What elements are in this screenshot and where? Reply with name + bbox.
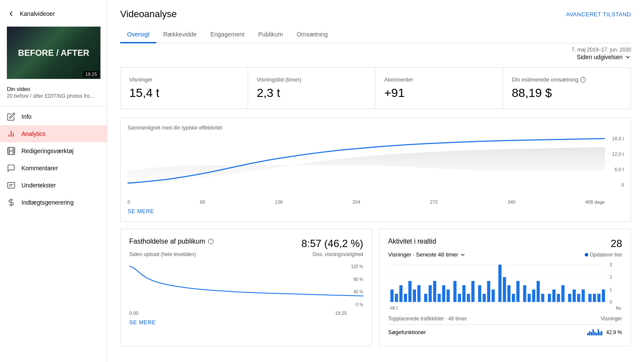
stat-omsaetning: Din estimerede omsætning 88,19 $	[503, 68, 631, 109]
sidebar-item-info[interactable]: Info	[0, 108, 107, 125]
svg-rect-31	[417, 285, 420, 302]
chart-x-labels: 0 68 136 204 272 340 408 dage	[128, 199, 624, 205]
mini-bar	[591, 332, 592, 335]
stat-visningstid-value: 2,3 t	[257, 86, 367, 100]
svg-rect-61	[568, 294, 571, 302]
tab-omsaetning[interactable]: Omsætning	[290, 27, 334, 43]
svg-rect-56	[541, 294, 544, 302]
retention-y-labels: 120 % 80 % 40 % 0 %	[348, 264, 363, 307]
stat-visninger: Visninger 15,4 t	[121, 68, 248, 109]
svg-rect-32	[424, 294, 427, 302]
mini-bar	[594, 332, 595, 335]
retention-svg	[129, 264, 363, 307]
svg-rect-49	[507, 285, 510, 302]
date-period-dropdown[interactable]: Siden udgivelsen	[577, 54, 631, 60]
svg-rect-67	[597, 294, 600, 302]
x-label-68: 68	[200, 199, 205, 205]
date-range-label: 7. maj 2019–17. jun. 2020	[571, 47, 631, 53]
advanced-mode-button[interactable]: AVANCERET TILSTAND	[566, 11, 631, 18]
y-label-18: 18,0 t	[607, 136, 624, 141]
svg-text:1: 1	[610, 287, 612, 292]
traffic-table: Topplacerede trafikkilder · 48 timer Vis…	[388, 316, 622, 337]
mini-bar	[601, 331, 602, 335]
rt-x-start: -48 t.	[389, 306, 399, 311]
dollar-icon	[7, 198, 15, 207]
chart-see-more-link[interactable]: SE MERE	[128, 208, 154, 214]
rt-x-end: Nu	[616, 306, 621, 311]
tab-publikum[interactable]: Publikum	[251, 27, 290, 43]
sidebar-item-editor-label: Redigeringsværktøj	[21, 148, 73, 154]
chevron-down-icon-realtime	[460, 252, 466, 258]
realtime-svg: 3 2 1 0	[388, 261, 622, 304]
svg-rect-26	[395, 294, 398, 302]
svg-rect-48	[503, 277, 506, 302]
traffic-table-header: Topplacerede trafikkilder · 48 timer Vis…	[388, 316, 622, 325]
retention-chart: 120 % 80 % 40 % 0 %	[129, 264, 363, 307]
sidebar: Kanalvideoer BEFORE / AFTER 19:25 Din vi…	[0, 0, 107, 362]
svg-rect-50	[512, 294, 515, 302]
svg-rect-47	[498, 265, 501, 302]
sidebar-item-monetization[interactable]: Indtægtsgenerering	[0, 194, 107, 211]
retention-card-header: Fastholdelse af publikum 8:57 (46,2 %)	[129, 238, 363, 250]
sidebar-item-subtitles-label: Undertekster	[21, 182, 56, 189]
svg-rect-46	[492, 290, 495, 302]
retention-card: Fastholdelse af publikum 8:57 (46,2 %) S…	[120, 229, 372, 346]
svg-rect-59	[557, 294, 560, 302]
main-chart-svg	[128, 136, 605, 187]
sidebar-item-editor[interactable]: Redigeringsværktøj	[0, 142, 107, 160]
x-label-136: 136	[275, 199, 283, 205]
tab-raekkevidde[interactable]: Rækkevidde	[156, 27, 204, 43]
realtime-chart: 3 2 1 0	[388, 261, 622, 304]
main-chart-section: Sammenlignet med din typiske effektivite…	[120, 118, 631, 222]
svg-rect-57	[548, 294, 551, 302]
info-icon-retention	[208, 238, 214, 244]
svg-rect-64	[582, 290, 585, 302]
page-header: Videoanalyse AVANCERET TILSTAND	[120, 9, 631, 20]
live-dot	[585, 253, 588, 256]
bottom-row: Fastholdelse af publikum 8:57 (46,2 %) S…	[120, 229, 631, 346]
tab-oversigt[interactable]: Oversigt	[120, 27, 156, 43]
mini-bar	[599, 332, 601, 335]
realtime-header: Aktivitet i realtid 28	[388, 238, 622, 250]
video-subtitle: 20 before / after EDITING photos fro...	[0, 93, 107, 104]
svg-text:2: 2	[610, 275, 612, 280]
realtime-controls: Visninger · Seneste 48 timer Opdaterer l…	[388, 251, 622, 258]
svg-rect-43	[478, 285, 481, 302]
retention-see-more-link[interactable]: SE MERE	[129, 319, 156, 326]
back-icon	[7, 9, 15, 18]
svg-rect-27	[399, 285, 402, 302]
svg-rect-44	[483, 294, 486, 302]
sidebar-item-comments[interactable]: Kommentarer	[0, 160, 107, 177]
sidebar-divider	[0, 106, 107, 106]
svg-rect-52	[523, 285, 526, 302]
svg-rect-51	[516, 281, 519, 302]
tab-engagement[interactable]: Engagement	[204, 27, 251, 43]
x-label-272: 272	[430, 199, 438, 205]
realtime-dropdown[interactable]: Visninger · Seneste 48 timer	[388, 251, 466, 258]
svg-rect-38	[453, 281, 456, 302]
sidebar-item-analytics[interactable]: Analytics	[0, 125, 107, 142]
svg-rect-11	[8, 182, 15, 188]
traffic-col-header: Visninger	[601, 316, 622, 322]
y-label-12: 12,0 t	[607, 151, 624, 157]
svg-rect-34	[433, 281, 436, 302]
svg-rect-39	[458, 294, 461, 302]
svg-rect-28	[404, 294, 407, 302]
bar-chart-icon	[7, 130, 15, 138]
stat-abonnenter: Abonnenter +91	[376, 68, 503, 109]
svg-rect-63	[577, 294, 580, 302]
sidebar-item-subtitles[interactable]: Undertekster	[0, 177, 107, 194]
main-chart-container: 18,0 t 12,0 t 6,0 t 0	[128, 136, 624, 196]
main-content: Videoanalyse AVANCERET TILSTAND Oversigt…	[107, 0, 644, 362]
pencil-icon	[7, 112, 15, 121]
traffic-row: Søgefunktioner 4	[388, 327, 622, 337]
subtitles-icon	[7, 181, 15, 190]
mini-bar	[589, 331, 590, 335]
x-label-408: 408 dage	[585, 199, 605, 205]
svg-rect-36	[442, 285, 445, 302]
svg-rect-53	[528, 294, 531, 302]
svg-text:3: 3	[610, 262, 612, 267]
back-button[interactable]: Kanalvideoer	[0, 4, 107, 23]
live-label: Opdaterer live	[590, 252, 622, 258]
svg-rect-40	[462, 285, 465, 302]
